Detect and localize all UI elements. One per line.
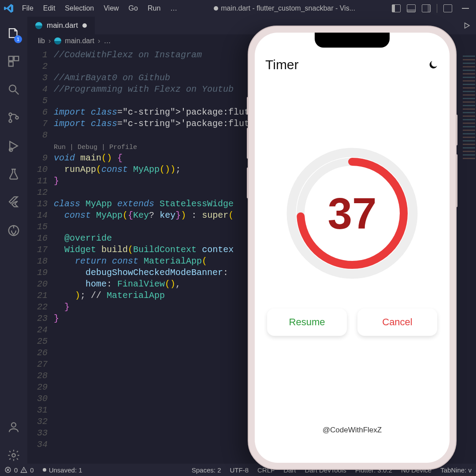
svg-point-10: [12, 454, 15, 457]
menu-edit[interactable]: Edit: [43, 4, 56, 12]
minimize-icon[interactable]: [462, 8, 469, 9]
svg-rect-2: [9, 62, 13, 66]
svg-point-3: [9, 85, 16, 92]
svg-point-9: [11, 423, 16, 427]
run-debug-icon[interactable]: [7, 139, 20, 154]
app-topbar: Timer: [265, 57, 439, 72]
resume-button[interactable]: Resume: [267, 309, 347, 336]
explorer-icon[interactable]: 1: [7, 26, 20, 41]
phone-volume-up: [247, 128, 249, 159]
breadcrumb-file[interactable]: main.dart: [65, 37, 94, 45]
cancel-button[interactable]: Cancel: [357, 309, 437, 336]
svg-point-5: [9, 119, 11, 122]
dart-file-icon: [34, 21, 44, 31]
svg-rect-1: [14, 56, 19, 61]
extensions-icon[interactable]: [7, 55, 20, 70]
activity-bar: 1: [0, 17, 27, 464]
window-title-text: main.dart - flutter_custom_snackbar - Vi…: [221, 4, 355, 12]
search-icon[interactable]: [7, 83, 20, 98]
gitlens-icon[interactable]: [7, 224, 20, 239]
status-unsaved[interactable]: Unsaved: 1: [43, 466, 82, 474]
breadcrumb-folder[interactable]: lib: [38, 37, 45, 45]
timer-buttons: Resume Cancel: [267, 309, 437, 336]
accounts-icon[interactable]: [7, 420, 20, 435]
timer-value: 37: [286, 147, 418, 279]
breadcrumb-ellipsis[interactable]: …: [104, 37, 111, 45]
vscode-logo-icon: [4, 3, 14, 14]
window-title: main.dart - flutter_custom_snackbar - Vi…: [177, 4, 392, 12]
svg-point-6: [15, 116, 18, 119]
settings-gear-icon[interactable]: [7, 449, 20, 464]
tab-dirty-dot-icon: [82, 23, 87, 28]
menu-bar: File Edit Selection View Go Run …: [22, 4, 177, 12]
app-title: Timer: [265, 57, 299, 72]
status-spaces[interactable]: Spaces: 2: [192, 466, 221, 474]
status-tabnine[interactable]: TabNine: v: [440, 466, 472, 474]
chevron-right-icon: ›: [48, 37, 51, 45]
menu-file[interactable]: File: [22, 4, 33, 12]
source-control-icon[interactable]: [7, 111, 20, 126]
status-problems[interactable]: 0 0: [4, 466, 34, 474]
phone-volume-down: [247, 167, 249, 198]
toggle-secondary-sidebar-icon[interactable]: [422, 4, 431, 12]
phone-power-button: [456, 115, 457, 145]
timer-ring: 37: [286, 147, 418, 279]
phone-side-button: [456, 154, 457, 207]
moon-icon[interactable]: [428, 59, 439, 71]
svg-rect-0: [9, 56, 13, 61]
phone-screen: Timer 37 Resume Cancel @CodeWithFlexZ: [255, 33, 450, 463]
toggle-sidebar-icon[interactable]: [392, 4, 401, 12]
toggle-panel-icon[interactable]: [407, 4, 416, 12]
customize-layout-icon[interactable]: [443, 4, 452, 12]
phone-notch: [315, 33, 390, 48]
menu-go[interactable]: Go: [129, 4, 138, 12]
menu-run[interactable]: Run: [148, 4, 160, 12]
phone-mockup: Timer 37 Resume Cancel @CodeWithFlexZ: [248, 26, 457, 470]
titlebar: File Edit Selection View Go Run … main.d…: [0, 0, 476, 17]
flutter-icon[interactable]: [7, 196, 20, 211]
chevron-right-icon: ›: [98, 37, 100, 45]
layout-divider: [437, 4, 437, 13]
menu-selection[interactable]: Selection: [65, 4, 94, 12]
menu-view[interactable]: View: [104, 4, 119, 12]
minimap[interactable]: [463, 56, 475, 161]
phone-mute-switch: [247, 97, 249, 115]
tab-label: main.dart: [47, 21, 78, 30]
status-encoding[interactable]: UTF-8: [230, 466, 249, 474]
unsaved-dot-icon: [214, 6, 218, 11]
tab-main-dart[interactable]: main.dart: [27, 17, 95, 34]
explorer-badge: 1: [14, 35, 22, 43]
dart-file-icon: [53, 36, 63, 46]
app-footer-credit: @CodeWithFlexZ: [255, 426, 450, 435]
run-code-icon[interactable]: [463, 22, 471, 30]
menu-more[interactable]: …: [170, 4, 177, 12]
svg-point-4: [9, 113, 11, 115]
line-gutter: 12345678 9101112131415161718192021222324…: [27, 49, 54, 450]
layout-controls: [392, 4, 472, 13]
testing-icon[interactable]: [7, 167, 20, 182]
